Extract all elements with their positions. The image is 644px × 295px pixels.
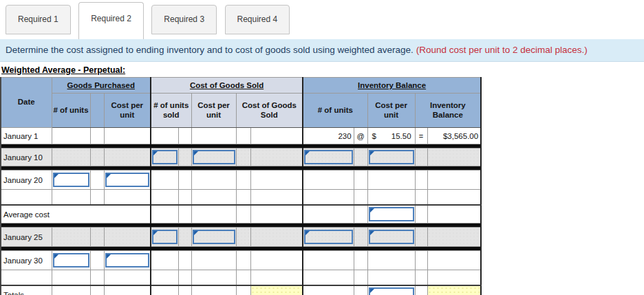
- cell: [236, 128, 250, 144]
- cell: [427, 251, 481, 270]
- tab-required-1[interactable]: Required 1: [6, 5, 71, 34]
- cell: [178, 149, 191, 166]
- row-january-25: January 25: [1, 228, 481, 247]
- cell: [151, 251, 178, 270]
- tab-required-3[interactable]: Required 3: [151, 5, 217, 34]
- cell: [354, 228, 367, 247]
- input-jan20-gp-cost-per-unit[interactable]: [105, 173, 150, 187]
- cell: [104, 251, 151, 270]
- header-inv-units: # of units: [303, 94, 367, 128]
- cell: [415, 149, 427, 166]
- cell: [250, 171, 303, 190]
- header-inv-balance: Inventory Balance: [415, 94, 481, 128]
- row-label: January 10: [1, 149, 52, 166]
- cell: [303, 171, 354, 190]
- cell: [52, 149, 90, 166]
- row-label: January 1: [1, 128, 52, 144]
- input-jan10-inv-cost-per-unit[interactable]: [369, 150, 414, 164]
- cell: [178, 171, 191, 190]
- cell: [151, 270, 178, 286]
- cell: [303, 251, 354, 270]
- cell: [303, 285, 354, 295]
- cell: [90, 128, 104, 144]
- jan1-inventory-cost-per-unit: $ 15.50: [367, 128, 415, 144]
- input-jan30-gp-cost-per-unit[interactable]: [105, 253, 150, 267]
- header-cogs-cost-per-unit: Cost per unit: [191, 94, 236, 128]
- cell: [178, 190, 191, 206]
- cell: [415, 190, 427, 206]
- cell: [236, 190, 250, 206]
- header-group-inventory-balance: Inventory Balance: [303, 78, 481, 94]
- cell: [151, 128, 178, 144]
- cell: [415, 205, 427, 223]
- instruction-note: (Round cost per unit to 2 decimal places…: [416, 45, 588, 55]
- cell: [90, 285, 104, 295]
- cell: [151, 285, 178, 295]
- row-label: January 20: [1, 171, 52, 190]
- header-cogs-sold: Cost of Goods Sold: [236, 94, 303, 128]
- tab-required-4[interactable]: Required 4: [225, 5, 290, 34]
- cell: [191, 171, 236, 190]
- input-jan25-inv-units[interactable]: [304, 230, 353, 244]
- cell: [354, 251, 367, 270]
- weighted-average-table: Date Goods Purchased Cost of Goods Sold …: [0, 77, 482, 295]
- header-subrow: # of units Cost per unit # of units sold…: [1, 94, 481, 128]
- cell: [250, 270, 303, 286]
- screen: Required 1 Required 2 Required 3 Require…: [0, 0, 644, 295]
- header-group-row: Date Goods Purchased Cost of Goods Sold …: [1, 78, 481, 94]
- cell: [191, 270, 236, 286]
- cell: [191, 149, 236, 166]
- header-group-cogs: Cost of Goods Sold: [151, 78, 303, 94]
- cell: [427, 190, 481, 206]
- tab-bar: Required 1 Required 2 Required 3 Require…: [0, 0, 644, 39]
- cell: [354, 270, 367, 286]
- cell: [303, 149, 354, 166]
- cell: [191, 190, 236, 206]
- cell: [191, 128, 236, 144]
- cell: [52, 285, 90, 295]
- input-totals-inv-cost-per-unit[interactable]: [369, 287, 414, 295]
- cell: [427, 228, 481, 247]
- input-jan10-cogs-units-sold[interactable]: [152, 150, 178, 164]
- input-jan20-gp-units[interactable]: [53, 173, 89, 187]
- cell: [367, 251, 415, 270]
- cell: [90, 270, 104, 286]
- cell: [178, 251, 191, 270]
- input-jan25-cogs-cost-per-unit[interactable]: [193, 230, 235, 244]
- header-cogs-units-sold: # of units sold: [151, 94, 191, 128]
- row-label: January 25: [1, 228, 52, 247]
- cell: [303, 228, 354, 247]
- input-jan25-cogs-units-sold[interactable]: [152, 230, 178, 244]
- cell: [250, 128, 303, 144]
- input-jan30-gp-units[interactable]: [53, 253, 89, 267]
- header-group-goods-purchased: Goods Purchased: [52, 78, 151, 94]
- at-sign: @: [354, 128, 367, 144]
- cell: [151, 171, 178, 190]
- tab-label: Required 1: [18, 14, 58, 24]
- cell: [191, 251, 236, 270]
- row-label: Average cost: [1, 205, 151, 223]
- cell: [303, 205, 354, 223]
- input-average-cost-per-unit[interactable]: [369, 207, 414, 221]
- tab-required-2[interactable]: Required 2: [78, 2, 144, 39]
- row-label: Totals: [1, 285, 52, 295]
- cell: [1, 190, 52, 206]
- totals-inventory-balance-highlight-cell: [427, 285, 481, 295]
- cell: [236, 171, 250, 190]
- row-totals: Totals: [1, 285, 481, 295]
- cell: [415, 228, 427, 247]
- cell: [367, 149, 415, 166]
- cell: [151, 228, 178, 247]
- cell: [236, 270, 250, 286]
- cell: [354, 149, 367, 166]
- cell: [191, 285, 236, 295]
- header-inv-cost-per-unit: Cost per unit: [367, 94, 415, 128]
- jan1-inventory-balance: $3,565.00: [427, 128, 481, 144]
- cell: [151, 149, 178, 166]
- input-jan10-cogs-cost-per-unit[interactable]: [193, 150, 235, 164]
- cell: [427, 149, 481, 166]
- input-jan25-inv-cost-per-unit[interactable]: [369, 230, 414, 244]
- cell: [178, 270, 191, 286]
- cell: [367, 270, 415, 286]
- input-jan10-inv-units[interactable]: [304, 150, 353, 164]
